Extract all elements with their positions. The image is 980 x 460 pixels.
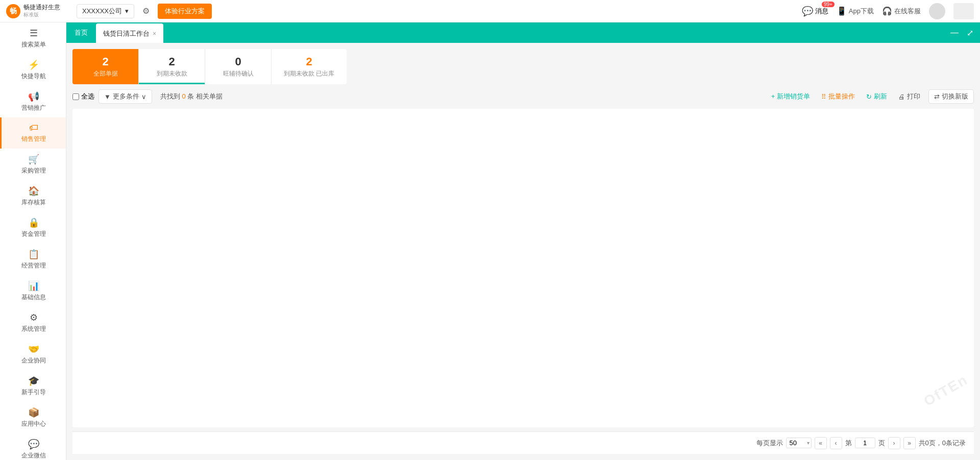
pagination: 每页显示 50 10 20 100 « ‹ 第 页 › » 共0页，0条记录	[72, 431, 974, 454]
print-button[interactable]: 🖨 打印	[895, 90, 923, 103]
batch-label: 批量操作	[828, 92, 855, 101]
toolbar-right: + 新增销货单 ⠿ 批量操作 ↻ 刷新 🖨 打印 ⇄	[768, 89, 974, 104]
sales-icon: 🏷	[29, 123, 38, 133]
sidebar-label-guide: 新手引导	[21, 388, 46, 397]
new-order-button[interactable]: + 新增销货单	[768, 90, 813, 103]
sidebar-item-finance[interactable]: 🔒 资金管理	[0, 212, 66, 244]
user-avatar[interactable]	[929, 3, 945, 19]
settings-button[interactable]: ⚙	[138, 4, 154, 19]
sidebar-item-marketing[interactable]: 📢 营销推广	[0, 86, 66, 117]
sidebar-item-enterprise[interactable]: 🤝 企业协同	[0, 338, 66, 370]
purchase-icon: 🛒	[28, 154, 39, 165]
page-suffix: 页	[878, 439, 885, 448]
sidebar-label-inventory: 库存核算	[21, 198, 46, 207]
page-size-select[interactable]: 50 10 20 100	[786, 438, 812, 448]
sidebar-label-operations: 经营管理	[21, 261, 46, 270]
stat-number-pending: 0	[217, 55, 259, 68]
stat-card-shipped[interactable]: 2 到期未收款 已出库	[272, 49, 347, 84]
tab-minimize-btn[interactable]: —	[948, 27, 961, 39]
online-service-btn[interactable]: 🎧 在线客服	[882, 6, 921, 16]
stat-card-pending[interactable]: 0 旺辅待确认	[205, 49, 272, 84]
select-all-checkbox[interactable]: 全选	[72, 92, 94, 101]
refresh-button[interactable]: ↻ 刷新	[863, 90, 890, 103]
sidebar-label-search: 搜索菜单	[21, 40, 46, 49]
next-page-btn[interactable]: ›	[888, 437, 900, 449]
sidebar-item-operations[interactable]: 📋 经营管理	[0, 244, 66, 275]
message-label: 消息	[815, 7, 828, 16]
trial-button[interactable]: 体验行业方案	[158, 4, 212, 19]
logo-area: 畅 畅捷通好生意 标准版	[6, 4, 72, 19]
quick-nav-icon: ⚡	[28, 59, 39, 70]
message-badge: 99+	[822, 2, 835, 7]
tab-close-icon[interactable]: ×	[153, 30, 156, 37]
sidebar: ☰ 搜索菜单 ⚡ 快捷导航 📢 营销推广 🏷 销售管理 🛒 采购管理 🏠 库存核…	[0, 22, 66, 460]
stat-number-all: 2	[85, 55, 126, 68]
page-content: 2 全部单据 2 到期未收款 0 旺辅待确认 2 到期未收款 已出库	[66, 43, 980, 460]
first-page-btn[interactable]: «	[815, 437, 827, 449]
last-page-btn[interactable]: »	[903, 437, 916, 449]
top-header: 畅 畅捷通好生意 标准版 XXXXXX公司 ▾ ⚙ 体验行业方案 💬 消息 99…	[0, 0, 980, 22]
message-area[interactable]: 💬 消息 99+	[802, 6, 828, 17]
sidebar-item-wechat[interactable]: 💬 企业微信	[0, 433, 66, 460]
tab-active-label: 钱货日清工作台	[103, 29, 150, 38]
tab-home[interactable]: 首页	[66, 22, 96, 43]
page-label: 第	[845, 439, 852, 448]
marketing-icon: 📢	[28, 91, 39, 102]
stat-card-all[interactable]: 2 全部单据	[72, 49, 139, 84]
user-name-area[interactable]	[953, 3, 974, 19]
inventory-icon: 🏠	[28, 185, 39, 197]
stats-row: 2 全部单据 2 到期未收款 0 旺辅待确认 2 到期未收款 已出库	[72, 49, 347, 84]
sidebar-label-sales: 销售管理	[21, 135, 46, 143]
filter-label: 更多条件	[113, 92, 139, 101]
stat-label-shipped: 到期未收款 已出库	[284, 69, 334, 78]
guide-icon: 🎓	[28, 375, 39, 386]
sidebar-label-enterprise: 企业协同	[21, 356, 46, 365]
switch-version-button[interactable]: ⇄ 切换新版	[928, 89, 974, 104]
sidebar-item-guide[interactable]: 🎓 新手引导	[0, 370, 66, 402]
sidebar-item-base-info[interactable]: 📊 基础信息	[0, 275, 66, 307]
prev-page-btn[interactable]: ‹	[830, 437, 842, 449]
sidebar-item-search[interactable]: ☰ 搜索菜单	[0, 22, 66, 54]
sidebar-label-base-info: 基础信息	[21, 293, 46, 302]
select-all-label: 全选	[81, 92, 94, 101]
stat-label-overdue: 到期未收款	[151, 69, 192, 78]
toolbar: 全选 ▼ 更多条件 ∨ 共找到 0 条 相关单据 + 新增销货单	[72, 84, 974, 109]
sidebar-label-quick-nav: 快捷导航	[21, 72, 46, 81]
switch-icon: ⇄	[934, 93, 940, 101]
tab-active[interactable]: 钱货日清工作台 ×	[96, 23, 163, 44]
batch-operation-button[interactable]: ⠿ 批量操作	[818, 90, 858, 103]
app-download-label: App下载	[849, 7, 874, 16]
app-center-icon: 📦	[28, 407, 39, 418]
stat-number-shipped: 2	[284, 55, 334, 68]
sidebar-label-system: 系统管理	[21, 325, 46, 333]
stat-number-overdue: 2	[151, 55, 192, 68]
sidebar-label-purchase: 采购管理	[21, 166, 46, 175]
company-selector[interactable]: XXXXXX公司 ▾	[77, 4, 134, 18]
sidebar-label-wechat: 企业微信	[21, 451, 46, 460]
base-info-icon: 📊	[28, 280, 39, 292]
total-text: 共0页，0条记录	[919, 439, 966, 448]
table-empty-message	[72, 109, 974, 427]
wechat-icon: 💬	[28, 439, 39, 450]
search-icon: ☰	[30, 28, 38, 39]
sidebar-label-app-center: 应用中心	[21, 420, 46, 428]
app-download-btn[interactable]: 📱 App下载	[837, 6, 874, 16]
service-icon: 🎧	[882, 6, 892, 16]
sidebar-item-app-center[interactable]: 📦 应用中心	[0, 402, 66, 433]
filter-button[interactable]: ▼ 更多条件 ∨	[99, 89, 152, 104]
tab-expand-btn[interactable]: ⤢	[964, 27, 976, 39]
main-layout: ☰ 搜索菜单 ⚡ 快捷导航 📢 营销推广 🏷 销售管理 🛒 采购管理 🏠 库存核…	[0, 22, 980, 460]
stat-card-overdue[interactable]: 2 到期未收款	[139, 49, 205, 84]
sidebar-item-inventory[interactable]: 🏠 库存核算	[0, 180, 66, 212]
select-all-input[interactable]	[72, 93, 79, 100]
sidebar-item-quick-nav[interactable]: ⚡ 快捷导航	[0, 54, 66, 86]
sidebar-item-sales[interactable]: 🏷 销售管理	[0, 117, 66, 149]
online-service-label: 在线客服	[894, 7, 921, 16]
logo-icon: 畅	[6, 4, 20, 18]
dropdown-icon: ▾	[125, 7, 129, 15]
tab-bar-right: — ⤢	[948, 27, 980, 39]
sidebar-item-purchase[interactable]: 🛒 采购管理	[0, 149, 66, 180]
sidebar-item-system[interactable]: ⚙ 系统管理	[0, 307, 66, 338]
header-right: 💬 消息 99+ 📱 App下载 🎧 在线客服	[802, 3, 974, 19]
page-input[interactable]	[855, 438, 875, 448]
